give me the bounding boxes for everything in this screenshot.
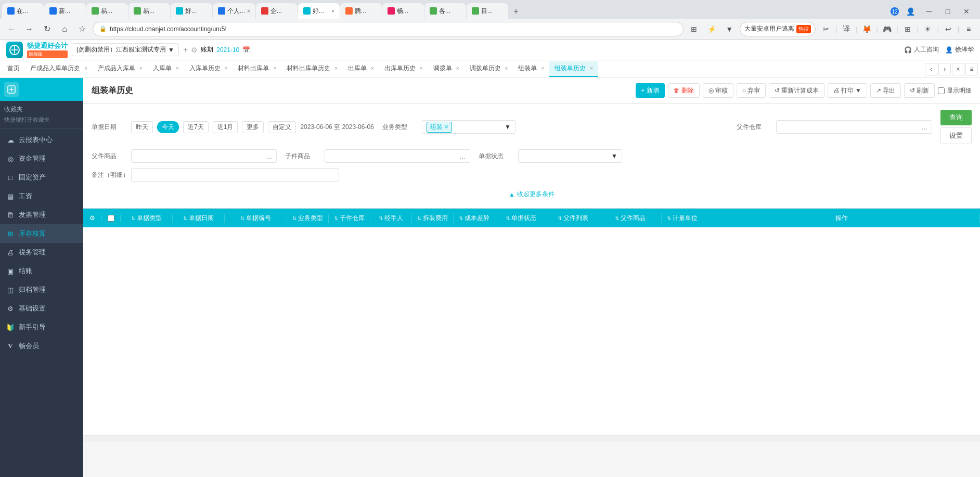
date-1month-btn[interactable]: 近1月 bbox=[213, 121, 238, 133]
parent-goods-more[interactable]: ... bbox=[266, 152, 272, 160]
close-btn[interactable]: ✕ bbox=[959, 4, 974, 19]
set-button[interactable]: 设置 bbox=[940, 127, 972, 144]
tab-12-close[interactable]: × bbox=[590, 66, 593, 71]
child-goods-select[interactable]: ... bbox=[325, 149, 470, 163]
sidebar-item-invoice-mgmt[interactable]: 🖹 发票管理 bbox=[0, 205, 83, 224]
tab-7[interactable]: 出库单 × bbox=[343, 61, 379, 77]
tab-close-current-btn[interactable]: × bbox=[952, 63, 964, 75]
favorites-title[interactable]: 收藏夹 bbox=[4, 105, 79, 114]
grid-icon[interactable]: ⊞ bbox=[900, 22, 915, 36]
th-parent-list[interactable]: ⇅ 父件列表 bbox=[547, 214, 599, 223]
print-button[interactable]: 🖨 打印 ▼ bbox=[828, 83, 867, 98]
remarks-input[interactable] bbox=[131, 168, 339, 182]
browser-tab-3[interactable]: 易... bbox=[86, 3, 128, 19]
tab-1[interactable]: 产成品入库单历史 × bbox=[25, 61, 93, 77]
sidebar-item-vip[interactable]: V 畅会员 bbox=[0, 337, 83, 355]
refresh-button[interactable]: ↺ 刷新 bbox=[904, 83, 935, 98]
date-7days-btn[interactable]: 近7天 bbox=[183, 121, 209, 133]
tab-5[interactable]: 材料出库单 × bbox=[233, 61, 281, 77]
game-icon[interactable]: 🎮 bbox=[880, 22, 895, 36]
date-today-btn[interactable]: 今天 bbox=[157, 121, 179, 133]
qr-icon[interactable]: ⊞ bbox=[687, 22, 701, 36]
forward-button[interactable]: → bbox=[22, 22, 36, 36]
parent-warehouse-select[interactable]: ... bbox=[776, 120, 932, 134]
tab-2-close[interactable]: × bbox=[139, 66, 143, 71]
th-parent-goods[interactable]: ⇅ 父件商品 bbox=[599, 214, 662, 223]
child-goods-more[interactable]: ... bbox=[459, 152, 466, 160]
parent-warehouse-more[interactable]: ... bbox=[921, 123, 927, 131]
tab-6[interactable]: 材料出库单历史 × bbox=[281, 61, 343, 77]
tab-7-close[interactable]: × bbox=[371, 66, 374, 71]
parent-goods-select[interactable]: ... bbox=[131, 149, 277, 163]
th-unit[interactable]: ⇅ 计量单位 bbox=[662, 214, 703, 223]
new-tab-button[interactable]: + bbox=[509, 4, 523, 19]
recalculate-button[interactable]: ↺ 重新计算成本 bbox=[769, 83, 824, 98]
browser-tab-12[interactable]: 目... bbox=[467, 3, 508, 19]
abandon-button[interactable]: ○ 弃审 bbox=[737, 83, 766, 98]
tab-4-close[interactable]: × bbox=[225, 66, 228, 71]
tab-8[interactable]: 出库单历史 × bbox=[379, 61, 428, 77]
translate-icon[interactable]: 译 bbox=[839, 22, 854, 36]
tab-10[interactable]: 调拨单历史 × bbox=[465, 61, 513, 77]
dropdown-icon[interactable]: ▼ bbox=[722, 22, 737, 36]
browser-tab-8[interactable]: 好... × bbox=[298, 3, 340, 19]
sidebar-item-tax-mgmt[interactable]: 🖨 税务管理 bbox=[0, 243, 83, 262]
address-bar[interactable]: 🔒 https://cloud.chanjet.com/accounting/u… bbox=[93, 22, 684, 36]
date-custom-btn[interactable]: 自定义 bbox=[268, 121, 296, 133]
browser-tab-7[interactable]: 企... bbox=[256, 3, 298, 19]
sidebar-item-fund-mgmt[interactable]: ◎ 资金管理 bbox=[0, 149, 83, 168]
sidebar-item-fixed-assets[interactable]: □ 固定资产 bbox=[0, 168, 83, 187]
tab-10-close[interactable]: × bbox=[505, 66, 508, 71]
tab-9[interactable]: 调拨单 × bbox=[428, 61, 465, 77]
tab-12[interactable]: 组装单历史 × bbox=[549, 61, 598, 77]
service-button[interactable]: 🎧 人工咨询 bbox=[904, 45, 939, 54]
browser-tab-4[interactable]: 易... bbox=[128, 3, 170, 19]
tab-1-close[interactable]: × bbox=[84, 66, 87, 71]
th-disassemble-fee[interactable]: ⇅ 拆装费用 bbox=[412, 214, 454, 223]
search-bar[interactable]: 大量安卓用户逃离 热搜 bbox=[740, 22, 816, 36]
user-info[interactable]: 👤 徐泽华 bbox=[945, 45, 974, 54]
lightning-icon[interactable]: ⚡ bbox=[704, 22, 719, 36]
export-button[interactable]: ↗ 导出 bbox=[870, 83, 901, 98]
collapse-button[interactable]: ▲ 收起更多条件 bbox=[92, 187, 972, 202]
minimize-btn[interactable]: ─ bbox=[922, 4, 936, 19]
tab-6-close[interactable]: × bbox=[334, 66, 338, 71]
maximize-btn[interactable]: □ bbox=[940, 4, 955, 19]
new-button[interactable]: + 新增 bbox=[636, 83, 665, 98]
tab-3[interactable]: 入库单 × bbox=[148, 61, 184, 77]
th-cost-diff[interactable]: ⇅ 成本差异 bbox=[454, 214, 495, 223]
undo-icon[interactable]: ↩ bbox=[941, 22, 956, 36]
settings-icon[interactable]: ⚙ bbox=[191, 46, 198, 54]
add-icon[interactable]: + bbox=[183, 45, 188, 55]
back-button[interactable]: ← bbox=[4, 22, 19, 36]
browser-tab-6[interactable]: 个人... × bbox=[213, 3, 255, 19]
sidebar-item-inventory[interactable]: ⊞ 库存核算 bbox=[0, 224, 83, 243]
home-button[interactable]: ⌂ bbox=[57, 22, 72, 36]
fox-icon[interactable]: 🦊 bbox=[859, 22, 874, 36]
bill-status-select[interactable]: ▼ bbox=[518, 149, 622, 163]
th-biz-type[interactable]: ⇅ 业务类型 bbox=[287, 214, 329, 223]
query-button[interactable]: 查询 bbox=[940, 110, 972, 125]
tab-next-btn[interactable]: › bbox=[938, 63, 951, 75]
tab-5-close[interactable]: × bbox=[273, 66, 276, 71]
th-bill-type[interactable]: ⇅ 单据类型 bbox=[121, 214, 173, 223]
tab-prev-btn[interactable]: ‹ bbox=[925, 63, 937, 75]
tab-close-6[interactable]: × bbox=[247, 8, 250, 14]
scroll-area[interactable] bbox=[83, 435, 980, 442]
browser-tab-11[interactable]: 各... bbox=[424, 3, 466, 19]
th-bill-status[interactable]: ⇅ 单据状态 bbox=[495, 214, 547, 223]
sidebar-item-guide[interactable]: 🔰 新手引导 bbox=[0, 318, 83, 337]
profile-icon[interactable]: 👤 bbox=[903, 4, 918, 19]
sidebar-item-settlement[interactable]: ▣ 结账 bbox=[0, 262, 83, 280]
browser-tab-10[interactable]: 畅... bbox=[382, 3, 424, 19]
tab-4[interactable]: 入库单历史 × bbox=[184, 61, 233, 77]
th-bill-date[interactable]: ⇅ 单据日期 bbox=[173, 214, 225, 223]
company-selector[interactable]: (勿删勿禁用）江西服宝测试专用 ▼ bbox=[72, 43, 179, 56]
th-child-warehouse[interactable]: ⇅ 子件仓库 bbox=[329, 214, 370, 223]
select-all-checkbox[interactable] bbox=[108, 215, 114, 222]
calendar-icon[interactable]: 📅 bbox=[242, 46, 250, 54]
scissors-icon[interactable]: ✂ bbox=[819, 22, 833, 36]
tab-11[interactable]: 组装单 × bbox=[513, 61, 549, 77]
browser-tab-9[interactable]: 腾... bbox=[340, 3, 382, 19]
bookmark-button[interactable]: ☆ bbox=[75, 22, 89, 36]
